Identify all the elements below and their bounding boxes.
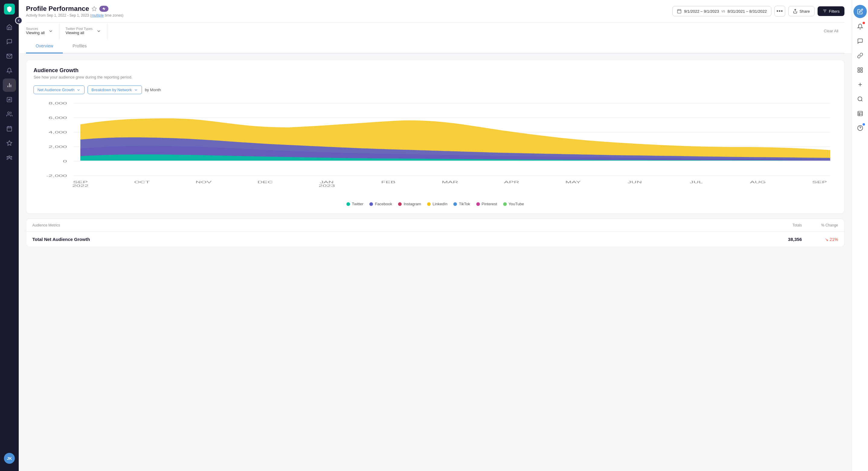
link-icon <box>857 53 863 59</box>
edit-icon <box>857 8 863 14</box>
tab-overview[interactable]: Overview <box>26 39 63 54</box>
sidebar-item-people[interactable] <box>3 151 16 164</box>
left-sidebar: JK <box>0 0 19 471</box>
breakdown-by-network-dropdown[interactable]: Breakdown by Network <box>88 86 142 94</box>
dropdown2-chevron-icon <box>134 88 138 92</box>
page-title-group: Profile Performance <box>26 5 124 18</box>
svg-marker-15 <box>102 7 106 10</box>
sidebar-item-chat[interactable] <box>3 35 16 48</box>
svg-text:6,000: 6,000 <box>49 116 67 120</box>
svg-text:OCT: OCT <box>134 180 150 184</box>
net-audience-growth-dropdown[interactable]: Net Audience Growth <box>33 86 85 94</box>
right-sidebar-link[interactable] <box>854 50 866 62</box>
header-top: Profile Performance <box>26 5 844 18</box>
svg-text:AUG: AUG <box>750 180 766 184</box>
svg-rect-52 <box>861 68 862 70</box>
svg-rect-51 <box>858 68 860 70</box>
filter-bar: Sources Viewing all Twitter Post Types V… <box>26 22 844 39</box>
by-month-text: by Month <box>145 88 161 92</box>
legend-twitter: Twitter <box>346 202 363 206</box>
sidebar-item-mail[interactable] <box>3 50 16 63</box>
svg-text:FEB: FEB <box>381 180 395 184</box>
youtube-legend-label: YouTube <box>508 202 524 206</box>
svg-text:JUL: JUL <box>690 180 703 184</box>
sidebar-item-chart[interactable] <box>3 93 16 106</box>
pinterest-legend-label: Pinterest <box>482 202 497 206</box>
right-sidebar-comment[interactable] <box>854 35 866 47</box>
sidebar-bottom: JK <box>4 453 15 467</box>
right-sidebar-help[interactable] <box>854 122 866 134</box>
svg-point-13 <box>11 156 12 157</box>
multiple-link[interactable]: multiple <box>91 13 103 18</box>
header-title-group: Profile Performance <box>26 5 124 18</box>
compare-range-text: 8/31/2021 – 8/31/2022 <box>727 9 767 13</box>
sources-filter-value: Viewing all <box>26 31 45 35</box>
breakdown-label: Breakdown by Network <box>92 88 132 92</box>
svg-text:2023: 2023 <box>319 184 335 188</box>
sidebar-item-bell[interactable] <box>3 64 16 77</box>
legend-tiktok: TikTok <box>453 202 470 206</box>
right-sidebar-grid[interactable] <box>854 64 866 76</box>
sources-chevron-icon <box>48 29 53 33</box>
total-net-audience-growth-value: 38,356 <box>766 237 802 242</box>
filters-button[interactable]: Filters <box>817 6 844 16</box>
metrics-col-totals: Totals <box>766 223 802 227</box>
svg-text:JUN: JUN <box>628 180 642 184</box>
app-logo[interactable] <box>4 4 15 14</box>
facebook-legend-label: Facebook <box>375 202 392 206</box>
twitter-filter-label: Twitter Post Types <box>65 27 93 31</box>
grid-icon <box>857 67 863 73</box>
legend-linkedin: LinkedIn <box>427 202 447 206</box>
more-options-button[interactable]: ••• <box>774 6 785 17</box>
metrics-col-name: Audience Metrics <box>32 223 766 227</box>
chart-legend: Twitter Facebook Instagram LinkedIn TikT… <box>33 202 837 206</box>
svg-text:2022: 2022 <box>72 184 89 188</box>
metrics-col-change: % Change <box>802 223 838 227</box>
svg-text:APR: APR <box>504 180 519 184</box>
svg-marker-14 <box>92 7 97 11</box>
right-sidebar-plus[interactable] <box>854 78 866 91</box>
chart-svg: 8,000 6,000 4,000 2,000 0 -2,000 <box>33 100 837 197</box>
star-icon[interactable] <box>92 6 97 11</box>
sidebar-item-users[interactable] <box>3 107 16 121</box>
svg-text:SEP: SEP <box>812 180 827 184</box>
svg-text:-2,000: -2,000 <box>46 174 67 178</box>
svg-text:DEC: DEC <box>257 180 273 184</box>
ai-badge[interactable] <box>99 6 108 12</box>
sidebar-collapse-btn[interactable] <box>15 17 22 24</box>
right-sidebar-edit[interactable] <box>854 5 867 18</box>
audience-growth-card: Audience Growth See how your audience gr… <box>26 60 844 214</box>
svg-text:8,000: 8,000 <box>49 101 67 105</box>
chart-controls: Net Audience Growth Breakdown by Network… <box>33 86 837 94</box>
help-dot <box>863 123 865 126</box>
sidebar-nav <box>0 21 19 453</box>
right-sidebar-table[interactable] <box>854 107 866 120</box>
twitter-legend-label: Twitter <box>352 202 363 206</box>
sidebar-item-calendar[interactable] <box>3 122 16 135</box>
share-label: Share <box>800 9 810 13</box>
facebook-legend-dot <box>369 202 373 206</box>
svg-text:0: 0 <box>63 159 67 163</box>
total-net-audience-growth-label: Total Net Audience Growth <box>32 237 766 242</box>
svg-text:JAN: JAN <box>320 180 334 184</box>
right-sidebar-search[interactable] <box>854 93 866 105</box>
sidebar-item-star[interactable] <box>3 136 16 150</box>
right-sidebar-notification[interactable] <box>854 21 866 33</box>
linkedin-legend-label: LinkedIn <box>433 202 447 206</box>
svg-text:MAY: MAY <box>565 180 581 184</box>
svg-point-11 <box>9 156 10 157</box>
date-range-button[interactable]: 9/1/2022 – 9/1/2023 vs 8/31/2021 – 8/31/… <box>672 6 771 16</box>
sources-filter[interactable]: Sources Viewing all <box>26 23 60 39</box>
share-button[interactable]: Share <box>788 6 814 16</box>
tab-profiles[interactable]: Profiles <box>63 39 96 54</box>
total-net-audience-growth-change: ↘ 21% <box>802 237 838 242</box>
sidebar-item-analytics[interactable] <box>3 78 16 92</box>
twitter-post-types-filter[interactable]: Twitter Post Types Viewing all <box>60 23 107 39</box>
user-avatar[interactable]: JK <box>4 453 15 464</box>
sidebar-item-home[interactable] <box>3 21 16 34</box>
sources-filter-label: Sources <box>26 27 45 31</box>
svg-rect-53 <box>861 71 862 72</box>
right-sidebar <box>852 0 868 471</box>
svg-line-58 <box>861 100 862 101</box>
clear-all-button[interactable]: Clear All <box>818 25 844 37</box>
